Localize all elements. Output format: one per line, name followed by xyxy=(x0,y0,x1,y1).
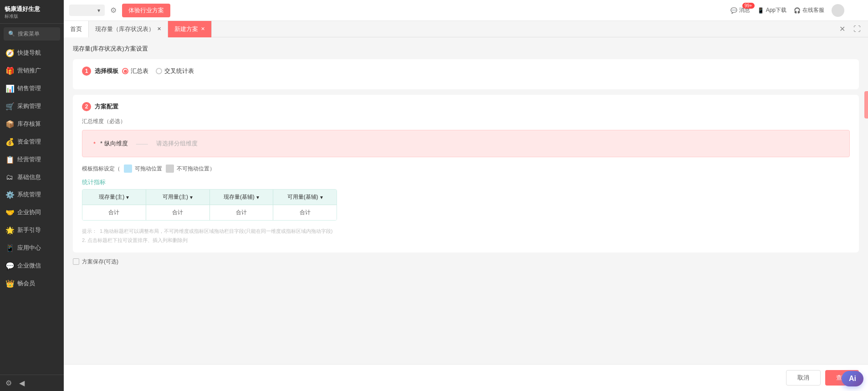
sidebar-item-marketing[interactable]: 🎁 营销推广 xyxy=(0,62,64,80)
chevron-down-icon: ▾ xyxy=(97,7,100,14)
topbar: ▾ ⚙ 体验行业方案 💬 消息 99+ 📱 App下载 🎧 在线客服 xyxy=(64,0,868,21)
avatar xyxy=(832,4,844,17)
non-draggable-toggle: 不可拖动位置） xyxy=(166,165,215,173)
settings-icon[interactable]: ⚙ xyxy=(5,379,12,387)
save-plan-label: 方案保存(可选) xyxy=(82,258,118,266)
dimension-select-area[interactable]: * * 纵向维度 —— 请选择分组维度 xyxy=(82,130,850,157)
sidebar-label-marketing: 营销推广 xyxy=(17,67,41,75)
sidebar-label-purchase: 采购管理 xyxy=(17,102,41,110)
step2-title: 方案配置 xyxy=(95,103,118,111)
col-current-aux-label: 现存量(基辅) xyxy=(224,193,255,201)
sidebar-search[interactable]: 🔍 搜索菜单 xyxy=(4,27,60,41)
sidebar-item-base-info[interactable]: 🗂 基础信息 xyxy=(0,169,64,186)
app-center-icon: 📱 xyxy=(5,244,14,252)
phone-icon: 📱 xyxy=(757,7,764,14)
headset-icon: 🎧 xyxy=(794,7,801,14)
non-draggable-label: 不可拖动位置） xyxy=(177,165,215,173)
expand-window-button[interactable]: ⛶ xyxy=(851,24,863,34)
sidebar-label-app-center: 应用中心 xyxy=(17,244,41,252)
vertical-dim-label: * 纵向维度 xyxy=(100,139,128,148)
finance-icon: 💰 xyxy=(5,138,14,146)
radio-cross[interactable]: 交叉统计表 xyxy=(156,67,194,75)
resize-handle[interactable] xyxy=(864,91,868,118)
sidebar-label-system: 系统管理 xyxy=(17,190,41,199)
step1-header: 1 选择模板 汇总表 交叉统计表 xyxy=(82,67,850,76)
sidebar-nav: 🧭 快捷导航 🎁 营销推广 📊 销售管理 🛒 采购管理 📦 库存核算 💰 资金管… xyxy=(0,44,64,375)
close-window-button[interactable]: ✕ xyxy=(837,24,848,34)
sidebar-label-inventory: 库存核算 xyxy=(17,120,41,128)
user-avatar-item[interactable] xyxy=(832,4,863,17)
sidebar-item-membership[interactable]: 👑 畅会员 xyxy=(0,275,64,293)
tab-inventory-status[interactable]: 现存量（库存状况表） ✕ xyxy=(89,21,168,37)
sidebar-logo: 畅康通好生意 标准版 xyxy=(0,0,64,24)
summary-dim-label: 汇总维度（必选） xyxy=(82,118,850,125)
dim-placeholder: 请选择分组维度 xyxy=(156,139,198,148)
indicator-settings-label: 模板指标设定（ 可拖动位置 不可拖动位置） xyxy=(82,165,850,173)
base-info-icon: 🗂 xyxy=(5,173,14,181)
marketing-icon: 🎁 xyxy=(5,67,14,75)
home-tab-label: 首页 xyxy=(70,25,82,33)
sidebar-bottom: ⚙ ◀ xyxy=(0,375,64,391)
save-plan-area: 方案保存(可选) xyxy=(73,258,859,266)
col-current-main-chevron: ▾ xyxy=(126,194,129,201)
col-current-main[interactable]: 现存量(主) ▾ 合计 xyxy=(82,190,146,220)
radio-summary[interactable]: 汇总表 xyxy=(122,67,148,75)
online-service-label: 在线客服 xyxy=(802,6,824,14)
col-available-main-chevron: ▾ xyxy=(190,194,193,201)
sidebar-item-quick-nav[interactable]: 🧭 快捷导航 xyxy=(0,44,64,62)
sidebar-item-app-center[interactable]: 📱 应用中心 xyxy=(0,239,64,257)
stats-table-header: 现存量(主) ▾ 合计 可用量(主) ▾ 合计 xyxy=(82,190,337,220)
industry-plan-button[interactable]: 体验行业方案 xyxy=(122,4,170,17)
sidebar-item-wechat[interactable]: 💬 企业微信 xyxy=(0,257,64,275)
main-content: 现存量(库存状况表)方案设置 1 选择模板 汇总表 交叉统计表 xyxy=(64,37,868,364)
col-current-aux[interactable]: 现存量(基辅) ▾ 合计 xyxy=(210,190,274,220)
sidebar-item-newbie[interactable]: 🌟 新手引导 xyxy=(0,221,64,239)
sidebar-label-operations: 经营管理 xyxy=(17,155,41,164)
gear-button[interactable]: ⚙ xyxy=(108,4,118,16)
radio-cross-dot xyxy=(156,68,162,74)
sidebar-item-system[interactable]: ⚙️ 系统管理 xyxy=(0,186,64,204)
sidebar-item-inventory[interactable]: 📦 库存核算 xyxy=(0,115,64,133)
tab-new-plan[interactable]: 新建方案 ✕ xyxy=(168,21,212,37)
col-available-main-label: 可用量(主) xyxy=(163,193,188,201)
stats-section-label: 统计指标 xyxy=(82,178,850,186)
message-item[interactable]: 💬 消息 99+ xyxy=(730,6,750,14)
app-download-item[interactable]: 📱 App下载 xyxy=(757,6,786,14)
inventory-status-tab-label: 现存量（库存状况表） xyxy=(95,25,154,33)
sidebar-item-cooperation[interactable]: 🤝 企业协同 xyxy=(0,204,64,221)
indicator-settings-text: 模板指标设定（ xyxy=(82,165,120,173)
inventory-status-tab-close[interactable]: ✕ xyxy=(157,26,161,32)
col-available-aux[interactable]: 可用量(基辅) ▾ 合计 xyxy=(273,190,337,220)
workspace-dropdown[interactable]: ▾ xyxy=(69,5,105,16)
col-available-main[interactable]: 可用量(主) ▾ 合计 xyxy=(146,190,210,220)
collapse-icon[interactable]: ◀ xyxy=(19,379,25,387)
sidebar-item-purchase[interactable]: 🛒 采购管理 xyxy=(0,98,64,115)
cooperation-icon: 🤝 xyxy=(5,208,14,217)
save-plan-checkbox[interactable] xyxy=(73,258,79,265)
col-available-aux-body: 合计 xyxy=(273,205,337,220)
sidebar-item-finance[interactable]: 💰 资金管理 xyxy=(0,133,64,151)
tab-home[interactable]: 首页 xyxy=(64,21,89,37)
new-plan-tab-close[interactable]: ✕ xyxy=(201,26,205,32)
membership-icon: 👑 xyxy=(5,279,14,288)
sidebar-item-operations[interactable]: 📋 经营管理 xyxy=(0,151,64,169)
online-service-item[interactable]: 🎧 在线客服 xyxy=(794,6,824,14)
new-plan-tab-label: 新建方案 xyxy=(174,25,198,33)
sidebar: 畅康通好生意 标准版 🔍 搜索菜单 🧭 快捷导航 🎁 营销推广 📊 销售管理 🛒… xyxy=(0,0,64,391)
sidebar-item-sales[interactable]: 📊 销售管理 xyxy=(0,80,64,98)
topbar-right: 💬 消息 99+ 📱 App下载 🎧 在线客服 xyxy=(730,4,863,17)
indicator-settings: 模板指标设定（ 可拖动位置 不可拖动位置） xyxy=(82,165,850,173)
step2-header: 2 方案配置 xyxy=(82,102,850,111)
sidebar-label-sales: 销售管理 xyxy=(17,84,41,93)
tips-title: 提示： xyxy=(82,227,97,236)
page-title: 现存量(库存状况表)方案设置 xyxy=(73,45,859,53)
col-available-aux-label: 可用量(基辅) xyxy=(287,193,318,201)
sidebar-label-newbie: 新手引导 xyxy=(17,226,41,234)
ai-badge[interactable]: Ai xyxy=(842,371,863,386)
cancel-button[interactable]: 取消 xyxy=(786,370,821,386)
col-available-main-header: 可用量(主) ▾ xyxy=(146,190,209,205)
step1-title: 选择模板 xyxy=(95,67,118,75)
tips-section: 提示： 1.拖动标题栏可以调整布局，不可跨维度或指标区域拖动栏目字段(只能在同一… xyxy=(82,227,850,245)
col-current-main-body: 合计 xyxy=(82,205,146,220)
step1-section: 1 选择模板 汇总表 交叉统计表 xyxy=(73,59,859,89)
